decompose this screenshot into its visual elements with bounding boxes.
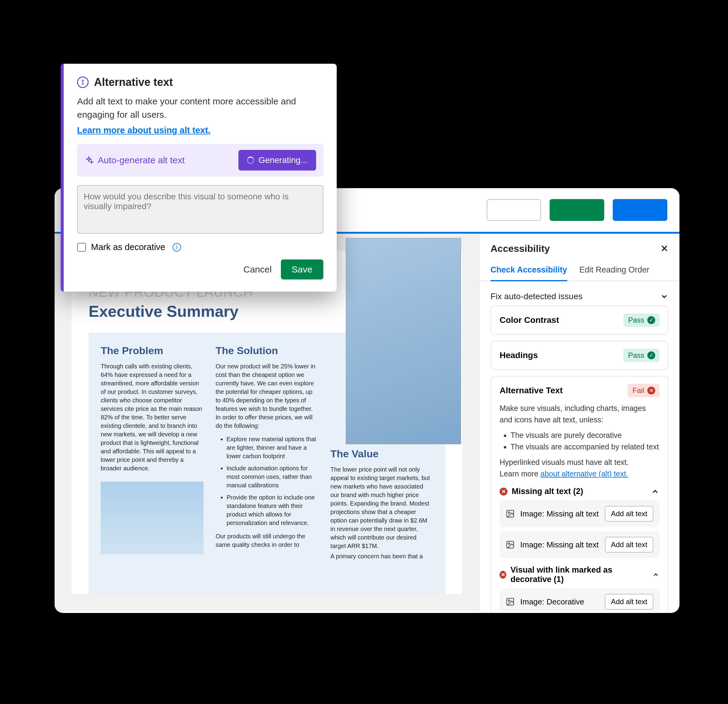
generate-button[interactable]: Generating...: [238, 150, 316, 171]
alt-text-modal: ⟟ Alternative text Add alt text to make …: [61, 64, 337, 292]
modal-title: Alternative text: [94, 76, 173, 89]
panel-title: Accessibility: [491, 243, 550, 254]
issue-row-3[interactable]: Image: Decorative Add alt text: [500, 588, 659, 611]
decorative-label: Mark as decorative: [91, 242, 165, 252]
col-solution: The Solution Our new product will be 25%…: [216, 345, 319, 582]
autogen-label: Auto-generate alt text: [98, 155, 185, 165]
problem-heading: The Problem: [101, 345, 204, 357]
auto-issues-label: Fix auto-detected issues: [491, 292, 583, 301]
building-image-placeholder: [346, 238, 461, 444]
modal-description: Add alt text to make your content more a…: [77, 95, 324, 121]
accessibility-icon: ⟟: [77, 77, 88, 88]
alt-text-input[interactable]: [77, 185, 324, 234]
info-icon[interactable]: i: [173, 243, 181, 252]
decorative-checkbox[interactable]: [77, 243, 86, 252]
section-auto-issues[interactable]: Fix auto-detected issues: [491, 288, 669, 306]
tab-edit-reading-order[interactable]: Edit Reading Order: [579, 260, 649, 281]
sky-image-placeholder: [101, 481, 204, 554]
col-problem: The Problem Through calls with existing …: [101, 345, 204, 582]
solution-heading: The Solution: [216, 345, 319, 357]
add-alt-text-button[interactable]: Add alt text: [605, 506, 653, 522]
issue-row-1[interactable]: Image: Missing alt text Add alt text: [500, 500, 659, 527]
image-icon: [506, 509, 515, 518]
save-button[interactable]: Save: [281, 259, 324, 279]
solution-intro: Our new product will be 25% lower in cos…: [216, 362, 319, 430]
toolbar-button-blue[interactable]: [613, 199, 667, 221]
panel-tabs: Check Accessibility Edit Reading Order: [480, 260, 679, 281]
value-heading: The Value: [330, 448, 433, 460]
value-body-2: A primary concern has been that a: [330, 552, 433, 561]
status-badge-pass: Pass✓: [623, 314, 659, 327]
color-contrast-label: Color Contrast: [500, 315, 559, 325]
alt-learn-link[interactable]: about alternative (alt) text.: [540, 470, 628, 478]
toolbar-button-outline[interactable]: [487, 199, 541, 221]
solution-outro: Our products will still undergo the same…: [216, 532, 319, 549]
add-alt-text-button[interactable]: Add alt text: [605, 537, 653, 552]
image-icon: [506, 597, 515, 606]
error-icon: ✕: [500, 571, 506, 579]
image-icon: [506, 540, 515, 549]
toolbar-button-teal[interactable]: [550, 199, 604, 221]
learn-more-link[interactable]: Learn more about using alt text.: [77, 125, 211, 135]
accessibility-panel: Accessibility ✕ Check Accessibility Edit…: [479, 234, 679, 611]
alt-hyperlink-note: Hyperlinked visuals must have alt text.: [500, 457, 659, 468]
cancel-button[interactable]: Cancel: [243, 264, 272, 275]
autogen-row: Auto-generate alt text Generating...: [77, 144, 324, 176]
alt-bullet-1: The visuals are purely decorative: [510, 430, 659, 441]
tab-check-accessibility[interactable]: Check Accessibility: [491, 260, 567, 281]
chevron-up-icon: [651, 487, 659, 496]
card-headings[interactable]: Headings Pass✓: [491, 341, 669, 370]
status-badge-pass: Pass✓: [623, 349, 659, 362]
solution-bullet-1: Explore new material options that are li…: [227, 435, 319, 460]
chevron-up-icon: [652, 571, 659, 579]
alt-desc: Make sure visuals, including charts, ima…: [500, 403, 659, 425]
svg-point-5: [508, 600, 510, 601]
value-body-1: The lower price point will not only appe…: [330, 465, 433, 550]
svg-point-1: [508, 512, 510, 513]
solution-bullet-2: Include automation options for most comm…: [227, 464, 319, 490]
decorative-link-header[interactable]: ✕ Visual with link marked as decorative …: [500, 565, 659, 584]
problem-body: Through calls with existing clients, 64%…: [101, 362, 204, 473]
status-badge-fail: Fail✕: [628, 384, 659, 397]
svg-point-3: [508, 543, 510, 544]
issue-row-2[interactable]: Image: Missing alt text Add alt text: [500, 531, 659, 558]
chevron-down-icon: [660, 292, 669, 301]
alt-bullet-2: The visuals are accompanied by related t…: [510, 441, 659, 453]
sparkle-icon: [84, 156, 94, 165]
solution-bullet-3: Provide the option to include one standa…: [227, 493, 319, 527]
card-alt-text: Alternative Text Fail✕ Make sure visuals…: [491, 376, 669, 611]
headings-label: Headings: [500, 350, 538, 360]
close-icon[interactable]: ✕: [660, 243, 669, 254]
card-color-contrast[interactable]: Color Contrast Pass✓: [491, 306, 669, 335]
missing-alt-header[interactable]: ✕ Missing alt text (2): [500, 487, 659, 496]
alt-text-label: Alternative Text: [500, 386, 563, 395]
add-alt-text-button[interactable]: Add alt text: [605, 594, 653, 610]
error-icon: ✕: [500, 488, 507, 496]
spinner-icon: [247, 156, 254, 164]
